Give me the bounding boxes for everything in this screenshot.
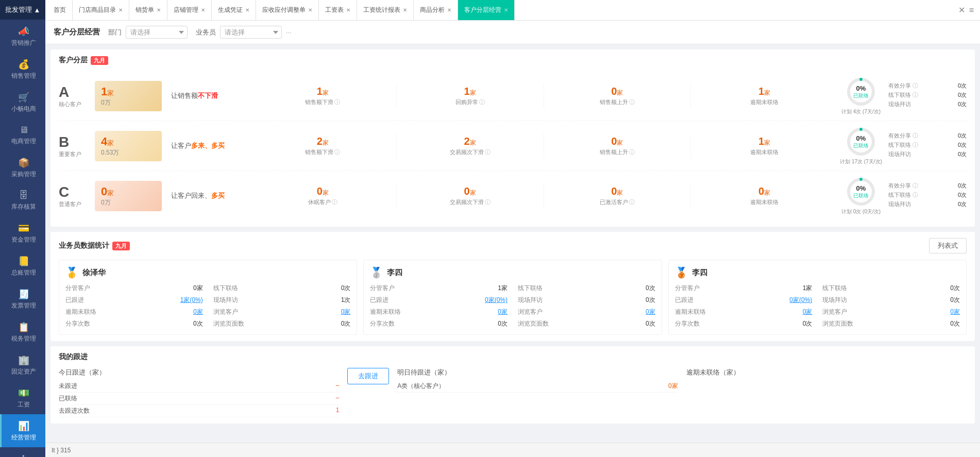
tab-close-payroll[interactable]: ✕: [346, 7, 350, 13]
tomorrow-stat-label: A类（核心客户）: [397, 382, 445, 391]
staff-stat: 浏览页面数 0次: [518, 319, 655, 328]
tab-label-payroll: 工资表: [325, 6, 344, 14]
sidebar-item-固定资产[interactable]: 🏢固定资产: [0, 348, 45, 381]
tier-stats-c: 0家 休眠客户 ⓘ 0家 交易频次下滑 ⓘ 0家 已激活客户 ⓘ 0家 逾期未联…: [249, 183, 838, 208]
tab-close-store-products[interactable]: ✕: [119, 7, 123, 13]
goto-btn[interactable]: 去跟进: [347, 368, 389, 384]
tab-product-analysis[interactable]: 商品分析✕: [414, 0, 458, 21]
tab-close-sales-order[interactable]: ✕: [157, 7, 161, 13]
list-view-btn[interactable]: 列表式: [929, 238, 967, 253]
dept-label: 部门: [108, 28, 122, 37]
tab-home[interactable]: 首页: [47, 0, 73, 21]
tab-close-store-mgmt[interactable]: ✕: [201, 7, 205, 13]
tab-store-products[interactable]: 门店商品目录✕: [73, 0, 129, 21]
tier-circle-a: 0% 已联络 计划 4次 (7天/次): [838, 76, 884, 115]
staff-stat: 浏览客户 0家: [822, 308, 960, 316]
staff-stat: 分管客户 0家: [65, 284, 203, 293]
tab-store-mgmt[interactable]: 店铺管理✕: [167, 0, 212, 21]
staff-card-2: 🥉 李四 分管客户 1家 线下联络 0次 已跟进 0家(0%) 现场拜访 0次: [668, 260, 967, 335]
tab-close-voucher[interactable]: ✕: [245, 7, 249, 13]
sidebar-item-经营管理[interactable]: 📊经营管理: [0, 414, 45, 447]
tab-close-customer-tier[interactable]: ✕: [504, 7, 508, 13]
staff-stat: 逾期未联络 0家: [65, 308, 203, 316]
sidebar-item-工资[interactable]: 💵工资: [0, 381, 45, 414]
sidebar-label-固定资产: 固定资产: [4, 367, 43, 376]
sidebar-item-税务管理[interactable]: 📋税务管理: [0, 315, 45, 348]
sidebar-icon-销售管理: 💰: [4, 59, 43, 70]
tab-customer-tier[interactable]: 客户分层经营✕: [458, 0, 515, 21]
tier-right-stats-b: 有效分享 ⓘ 0次 线下联络 ⓘ 0次 现场拜访 0次: [884, 132, 967, 160]
stat-block: 0家 逾期未联络: [691, 183, 838, 208]
staff-stats-grid-2: 分管客户 1家 线下联络 0次 已跟进 0家(0%) 现场拜访 0次 逾期未联络: [675, 284, 960, 328]
sidebar: 批发管理 ▲ 📣营销推广💰销售管理🛒小畅电商🖥电商管理📦采购管理🗄库存核算💳资金…: [0, 0, 45, 457]
sidebar-item-电商管理[interactable]: 🖥电商管理: [0, 119, 45, 151]
sidebar-collapse-icon[interactable]: ▲: [34, 6, 41, 14]
tab-label-voucher: 生成凭证: [218, 6, 243, 14]
tier-count-b[interactable]: 4家 0.53万: [95, 131, 162, 161]
tab-sales-order[interactable]: 销货单✕: [129, 0, 167, 21]
sidebar-icon-库存核算: 🗄: [4, 190, 43, 201]
sidebar-title: 批发管理: [5, 5, 32, 14]
tab-close-product-analysis[interactable]: ✕: [447, 7, 451, 13]
tier-label-b: B 重要客户: [59, 134, 95, 158]
today-stat-val: –: [336, 382, 340, 391]
sidebar-item-总账管理[interactable]: 📒总账管理: [0, 249, 45, 282]
staff-stat: 浏览页面数 0次: [822, 319, 960, 328]
tab-payroll[interactable]: 工资表✕: [319, 0, 357, 21]
staff-medal-2: 🥉: [675, 266, 688, 279]
sidebar-label-销售管理: 销售管理: [4, 72, 43, 80]
tab-close-payroll-report[interactable]: ✕: [403, 7, 407, 13]
tier-month-badge: 九月: [91, 56, 108, 65]
sidebar-icon-工资: 💵: [4, 387, 43, 399]
sidebar-item-营销推广[interactable]: 📣营销推广: [0, 20, 45, 53]
filter-more-btn[interactable]: ···: [286, 28, 292, 36]
sidebar-item-采购管理[interactable]: 📦采购管理: [0, 151, 45, 184]
right-stat: 现场拜访 0次: [888, 100, 967, 108]
tab-ar-adjust[interactable]: 应收应付调整单✕: [256, 0, 319, 21]
tab-voucher[interactable]: 生成凭证✕: [212, 0, 256, 21]
staff-select[interactable]: 请选择: [220, 26, 282, 39]
staff-stat: 逾期未联络 0家: [675, 308, 813, 316]
staff-section-title: 业务员数据统计 九月: [59, 241, 130, 250]
sidebar-icon-经营管理: 📊: [4, 420, 43, 432]
staff-name-0: 徐泽华: [82, 268, 106, 278]
tab-label-ar-adjust: 应收应付调整单: [262, 6, 306, 14]
staff-label: 业务员: [196, 28, 216, 37]
stat-block: 0家 交易频次下滑 ⓘ: [397, 183, 544, 208]
staff-name-row-2: 🥉 李四: [675, 266, 960, 279]
tier-count-a[interactable]: 1家 0万: [95, 81, 162, 111]
followup-title: 我的跟进: [59, 352, 967, 362]
sidebar-item-库存核算[interactable]: 🗄库存核算: [0, 184, 45, 216]
sidebar-item-销售管理[interactable]: 💰销售管理: [0, 53, 45, 86]
tier-count-c[interactable]: 0家 0万: [95, 181, 162, 211]
right-stat: 现场拜访 0次: [888, 200, 967, 208]
sidebar-label-工资: 工资: [4, 400, 43, 409]
sidebar-icon-基础信息: ℹ: [4, 453, 43, 457]
today-stat-label: 已联络: [59, 394, 77, 403]
tab-close-all-icon[interactable]: ✕: [958, 5, 965, 15]
tomorrow-title: 明日待跟进（家）: [397, 368, 678, 377]
tier-circle-b: 0% 已联络 计划 17次 (7天/次): [838, 126, 884, 165]
tomorrow-stat-val: 0家: [668, 382, 678, 391]
today-stat-val: 1: [336, 407, 340, 415]
tier-suggestion-c: 让客户回来、多买: [167, 191, 249, 200]
tomorrow-stat-row: A类（核心客户） 0家: [397, 380, 678, 393]
today-stat-row: 未跟进 –: [59, 380, 339, 393]
today-stat-val: –: [336, 394, 340, 403]
sidebar-label-税务管理: 税务管理: [4, 334, 43, 343]
staff-name-row-0: 🥇 徐泽华: [65, 266, 350, 279]
sidebar-item-基础信息[interactable]: ℹ基础信息: [0, 447, 45, 457]
tab-close-ar-adjust[interactable]: ✕: [308, 7, 312, 13]
right-stat: 线下联络 ⓘ 0次: [888, 191, 967, 199]
sidebar-icon-资金管理: 💳: [4, 223, 43, 234]
tier-row-b: B 重要客户 4家 0.53万 让客户多来、多买 2家 销售额下滑 ⓘ 2家 交…: [59, 121, 967, 171]
sidebar-item-小畅电商[interactable]: 🛒小畅电商: [0, 86, 45, 119]
dept-select[interactable]: 请选择: [126, 26, 188, 39]
sidebar-item-发票管理[interactable]: 🧾发票管理: [0, 282, 45, 315]
staff-stat: 分享次数 0次: [65, 319, 203, 328]
sidebar-item-资金管理[interactable]: 💳资金管理: [0, 216, 45, 249]
staff-card-1: 🥈 李四 分管客户 1家 线下联络 0次 已跟进 0家(0%) 现场拜访 0次: [363, 260, 662, 335]
tab-payroll-report[interactable]: 工资统计报表✕: [357, 0, 414, 21]
tab-menu-icon[interactable]: ≡: [969, 6, 974, 15]
tier-stats-b: 2家 销售额下滑 ⓘ 2家 交易频次下滑 ⓘ 0家 销售额上升 ⓘ 1家 逾期未…: [249, 133, 838, 158]
